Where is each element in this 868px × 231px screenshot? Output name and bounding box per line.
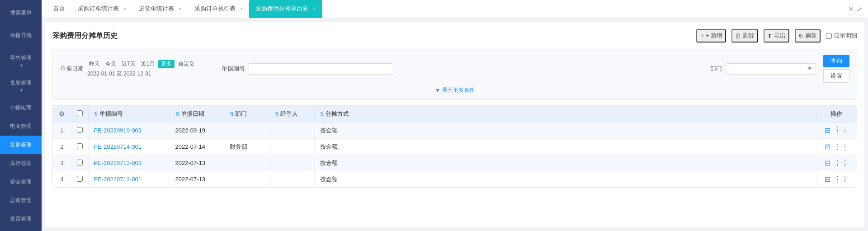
gear-icon[interactable]: ⚙ <box>59 110 65 118</box>
row-split-method: 按金额 <box>314 155 816 171</box>
tabs-right-controls: ✕ ⤢ <box>848 5 863 13</box>
toolbar: ＋ + 新增 🗑 删除 ⬆ 导出 ↻ 刷新 显示明细 <box>696 29 857 42</box>
filter-section: 单据日期 昨天 今天 近7天 近1月 更多 自定义 2022-01-01 至 2… <box>52 49 857 100</box>
doc-no-filter-label: 单据编号 <box>222 65 245 73</box>
refresh-button[interactable]: ↻ 刷新 <box>795 29 821 42</box>
date-shortcut-7days[interactable]: 近7天 <box>120 60 137 68</box>
sidebar-item-invoice[interactable]: 发票管理 <box>0 210 42 228</box>
plus-icon: ＋ <box>700 32 706 40</box>
maximize-icon[interactable]: ⤢ <box>857 5 863 13</box>
page-content: 采购费用分摊单历史 ＋ + 新增 🗑 删除 ⬆ 导出 ↻ 刷新 <box>45 22 864 227</box>
dept-select[interactable]: 财务部 <box>726 63 816 75</box>
expand-conditions-btn[interactable]: ▼ 展开更多条件 <box>60 86 849 94</box>
table-row: 2 PE-20220714-001 2022-07-14 财务部 按金额 ⊟ ⋮… <box>53 139 857 155</box>
tab-close-purchase-order-summary[interactable]: × <box>123 6 126 11</box>
show-columns-checkbox[interactable] <box>826 33 832 39</box>
sidebar-item-inventory[interactable]: 库存核算 <box>0 154 42 173</box>
doc-no-link[interactable]: PE-20220714-001 <box>94 143 142 150</box>
show-columns-toggle[interactable]: 显示明细 <box>826 32 857 40</box>
edit-icon[interactable]: ⊟ <box>825 159 830 167</box>
row-checkbox[interactable] <box>71 155 88 171</box>
tab-close-purchase-order-exec[interactable]: × <box>240 6 243 11</box>
date-filter-label: 单据日期 <box>60 65 84 73</box>
row-index: 2 <box>53 139 71 155</box>
row-checkbox[interactable] <box>71 123 88 139</box>
row-index: 1 <box>53 123 71 139</box>
dept-filter-label: 部门 <box>710 65 722 73</box>
more-icon[interactable]: ⋮⋮ <box>834 159 849 167</box>
table-row: 4 PE-20220713-001 2022-07-13 按金额 ⊟ ⋮⋮ <box>53 171 857 188</box>
close-all-tabs-icon[interactable]: ✕ <box>848 5 854 13</box>
tab-goods-receipt-summary[interactable]: 进货单统计表 × <box>132 0 188 18</box>
sidebar-item-mini-commerce[interactable]: 小畅电商 <box>0 99 42 117</box>
query-button[interactable]: 查询 <box>823 55 849 67</box>
row-select-checkbox[interactable] <box>77 143 83 149</box>
doc-no-link[interactable]: PE-20220713-003 <box>94 160 142 166</box>
sidebar-item-capital[interactable]: 资金管理 <box>0 173 42 191</box>
sidebar-item-ecommerce[interactable]: 电商管理 <box>0 117 42 136</box>
col-header-doc-no: ⇅ 单据编号 <box>88 106 170 123</box>
col-header-checkbox[interactable] <box>71 106 88 123</box>
doc-no-input[interactable] <box>249 63 393 75</box>
col-header-config[interactable]: ⚙ <box>53 106 71 123</box>
sidebar-divider <box>8 24 33 24</box>
row-doc-no: PE-20220714-001 <box>88 139 170 155</box>
tab-close-goods-receipt-summary[interactable]: × <box>179 6 181 11</box>
date-shortcut-more[interactable]: 更多 <box>158 60 175 68</box>
sidebar-item-accounting[interactable]: 总账管理 <box>0 191 42 210</box>
sidebar-item-retail[interactable]: 零售管理 ▾ <box>0 49 42 74</box>
row-date: 2022-07-14 <box>170 139 224 155</box>
data-table-container: ⚙ ⇅ 单据编号 ⇅ 单据日期 <box>52 105 857 188</box>
table-row: 1 PE-20220919-002 2022-09-19 按金额 ⊟ ⋮⋮ <box>53 123 857 139</box>
doc-no-link[interactable]: PE-20220919-002 <box>94 127 142 134</box>
sidebar: 搜索菜单 快捷导航 零售管理 ▾ 批发管理 ▾ 小畅电商 电商管理 采购管理 库… <box>0 0 42 231</box>
tab-purchase-cost-split[interactable]: 采购费用分摊单历史 × <box>249 0 322 18</box>
filter-group-docno: 单据编号 <box>222 63 393 75</box>
add-button[interactable]: ＋ + 新增 <box>696 29 726 42</box>
row-date: 2022-07-13 <box>170 171 224 188</box>
filter-row-1: 单据日期 昨天 今天 近7天 近1月 更多 自定义 2022-01-01 至 2… <box>60 55 849 83</box>
sidebar-item-quick-nav[interactable]: 快捷导航 <box>0 26 42 45</box>
row-select-checkbox[interactable] <box>77 127 83 133</box>
tab-home[interactable]: 首页 <box>47 0 71 18</box>
sidebar-item-purchase[interactable]: 采购管理 <box>0 136 42 154</box>
tab-purchase-order-exec[interactable]: 采购订单执行表 × <box>188 0 249 18</box>
edit-icon[interactable]: ⊟ <box>825 142 830 151</box>
date-shortcut-today[interactable]: 今天 <box>104 60 118 68</box>
more-icon[interactable]: ⋮⋮ <box>834 126 849 135</box>
sidebar-divider-2 <box>8 47 33 47</box>
more-icon[interactable]: ⋮⋮ <box>834 142 849 151</box>
select-all-checkbox[interactable] <box>77 110 83 116</box>
row-actions: ⊟ ⋮⋮ <box>816 139 857 155</box>
delete-button[interactable]: 🗑 删除 <box>731 29 758 42</box>
tabs-bar: 首页 采购订单统计表 × 进货单统计表 × 采购订单执行表 × 采购费用分摊单历… <box>42 0 868 18</box>
row-date: 2022-07-13 <box>170 155 224 171</box>
tab-close-purchase-cost-split[interactable]: × <box>313 6 316 11</box>
export-button[interactable]: ⬆ 导出 <box>764 29 789 42</box>
row-split-method: 按金额 <box>314 123 816 139</box>
table-row: 3 PE-20220713-003 2022-07-13 按金额 ⊟ ⋮⋮ <box>53 155 857 171</box>
more-icon[interactable]: ⋮⋮ <box>834 175 849 184</box>
row-select-checkbox[interactable] <box>77 176 83 182</box>
date-shortcut-1month[interactable]: 近1月 <box>139 60 157 68</box>
edit-icon[interactable]: ⊟ <box>825 126 830 135</box>
row-checkbox[interactable] <box>71 139 88 155</box>
filter-group-dept: 部门 财务部 <box>710 63 816 75</box>
row-dept <box>224 155 269 171</box>
row-select-checkbox[interactable] <box>77 160 83 165</box>
filter-actions: 查询 设置 <box>823 55 849 83</box>
expand-icon: ▼ <box>435 87 440 94</box>
refresh-icon: ↻ <box>798 33 803 39</box>
sidebar-item-search[interactable]: 搜索菜单 <box>0 4 42 22</box>
edit-icon[interactable]: ⊟ <box>825 175 830 184</box>
row-doc-no: PE-20220713-001 <box>88 171 170 188</box>
date-shortcut-yesterday[interactable]: 昨天 <box>87 60 102 68</box>
sidebar-item-wholesale[interactable]: 批发管理 ▾ <box>0 74 42 99</box>
row-checkbox[interactable] <box>71 171 88 188</box>
tab-purchase-order-summary[interactable]: 采购订单统计表 × <box>71 0 132 18</box>
doc-no-link[interactable]: PE-20220713-001 <box>94 176 142 183</box>
date-shortcut-custom[interactable]: 自定义 <box>176 60 196 68</box>
delete-icon: 🗑 <box>735 33 741 39</box>
row-dept: 财务部 <box>224 139 269 155</box>
settings-button[interactable]: 设置 <box>823 69 849 83</box>
